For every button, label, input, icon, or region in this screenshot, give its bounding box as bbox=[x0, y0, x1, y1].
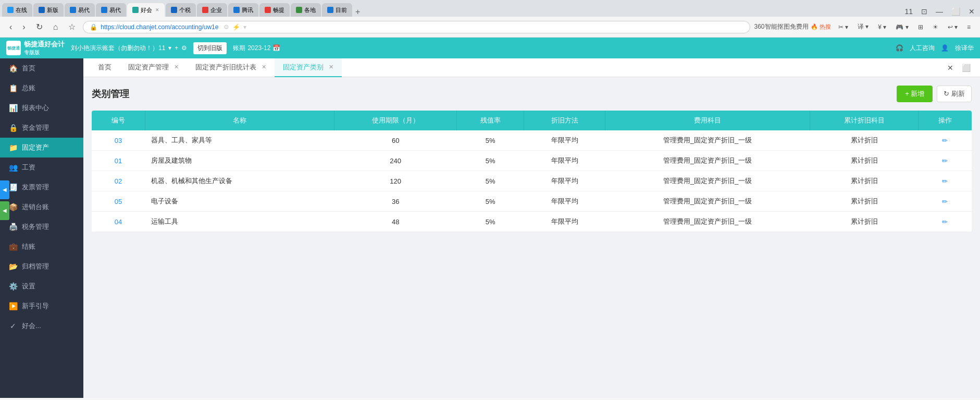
sidebar-item-archive[interactable]: 📂 归档管理 bbox=[0, 257, 83, 276]
content-tab-home[interactable]: 首页 bbox=[90, 58, 120, 77]
sidebar-item-close[interactable]: 💼 结账 bbox=[0, 237, 83, 257]
sidebar-item-funds[interactable]: 🔒 资金管理 bbox=[0, 118, 83, 138]
cell-1-1: 房屋及建筑物 bbox=[145, 151, 334, 171]
undo-button[interactable]: ↩ ▾ bbox=[945, 22, 961, 32]
tab-label: 腾讯 bbox=[242, 6, 253, 14]
cell-2-0[interactable]: 02 bbox=[92, 171, 145, 191]
grid-button[interactable]: ⊞ bbox=[915, 22, 926, 32]
refresh-button[interactable]: ↻ 刷新 bbox=[937, 86, 972, 102]
browser-tab-changt[interactable]: 畅提 bbox=[259, 3, 290, 17]
sidebar-item-salary[interactable]: 👥 工资 bbox=[0, 157, 83, 177]
settings-sidebar-icon: ⚙️ bbox=[8, 282, 18, 290]
close-book-icon: 💼 bbox=[8, 243, 18, 251]
maximize-button[interactable]: ⬜ bbox=[948, 6, 963, 17]
action-cell[interactable]: ✏ bbox=[919, 212, 972, 232]
tab-label: 好会 bbox=[141, 6, 152, 14]
browser-tab-yidai1[interactable]: 易代 bbox=[65, 3, 95, 17]
content-maximize-button[interactable]: ⬜ bbox=[959, 63, 974, 73]
content-tab-category[interactable]: 固定资产类别 ✕ bbox=[275, 58, 342, 77]
archive-icon: 📂 bbox=[8, 262, 18, 271]
browser-tab-haohui[interactable]: 好会 ✕ bbox=[127, 3, 165, 17]
guide-icon: ▶️ bbox=[8, 302, 18, 310]
cell-2-4: 年限平均 bbox=[524, 171, 605, 191]
sidebar-item-ledger[interactable]: 📋 总账 bbox=[0, 78, 83, 98]
cell-2-2: 120 bbox=[334, 171, 457, 191]
bookmark-button[interactable]: ☆ bbox=[65, 21, 79, 33]
cell-0-2: 60 bbox=[334, 130, 457, 151]
back-button[interactable]: ‹ bbox=[6, 21, 15, 33]
sidebar-item-reports[interactable]: 📊 报表中心 bbox=[0, 98, 83, 118]
cell-1-4: 年限平均 bbox=[524, 151, 605, 171]
sidebar-item-home[interactable]: 🏠 首页 bbox=[0, 58, 83, 78]
action-cell[interactable]: ✏ bbox=[919, 130, 972, 151]
add-button[interactable]: + 新增 bbox=[897, 86, 933, 102]
cell-0-0[interactable]: 03 bbox=[92, 130, 145, 151]
sidebar-label-inventory: 进销台账 bbox=[22, 202, 49, 212]
browser-tab-yidai2[interactable]: 易代 bbox=[96, 3, 126, 17]
tab-close-icon[interactable]: ✕ bbox=[155, 7, 159, 13]
sun-button[interactable]: ☀ bbox=[929, 22, 941, 32]
home-button[interactable]: ⌂ bbox=[50, 21, 61, 33]
service-label[interactable]: 人工咨询 bbox=[910, 44, 935, 53]
inventory-icon: 📦 bbox=[8, 203, 18, 211]
url-bar[interactable]: 🔒 https://cloud.chanjet.com/accounting/u… bbox=[83, 21, 750, 33]
tab-label: 易代 bbox=[78, 6, 90, 14]
sidebar-item-tax[interactable]: 🖨️ 税务管理 bbox=[0, 217, 83, 237]
cut-button[interactable]: ✂ ▾ bbox=[835, 22, 851, 32]
tab-home-label: 首页 bbox=[98, 63, 111, 72]
action-cell[interactable]: ✏ bbox=[919, 151, 972, 171]
close-window-button[interactable]: — bbox=[933, 6, 946, 17]
browser-tab-zaixin[interactable]: 在线 bbox=[2, 3, 32, 17]
service-icon: 🎧 bbox=[896, 44, 903, 52]
menu-button[interactable]: ≡ bbox=[964, 22, 974, 32]
tab-icon bbox=[70, 7, 76, 13]
browser-tab-qiye[interactable]: 企业 bbox=[197, 3, 227, 17]
sidebar-item-invoice[interactable]: 🧾 发票管理 bbox=[0, 177, 83, 197]
edge-icon-green[interactable]: ◀ bbox=[0, 201, 9, 220]
user-account: 刘小艳演示账套（勿删勿动！）11 ▾ + ⚙ bbox=[71, 44, 187, 53]
restore-button[interactable]: ⊡ bbox=[918, 6, 931, 17]
cell-4-0[interactable]: 04 bbox=[92, 212, 145, 232]
page-content: 类别管理 + 新增 ↻ 刷新 编号 名称 使用期限（月） 残值率 折旧方法 费用… bbox=[83, 77, 980, 398]
content-tab-fixed-mgmt[interactable]: 固定资产管理 ✕ bbox=[120, 58, 187, 77]
tab-label: 个税 bbox=[179, 6, 191, 14]
browser-tab-xinban[interactable]: 新版 bbox=[33, 3, 64, 17]
action-cell[interactable]: ✏ bbox=[919, 171, 972, 191]
add-icon: + bbox=[175, 44, 178, 52]
content-tab-depreciation[interactable]: 固定资产折旧统计表 ✕ bbox=[187, 58, 275, 77]
coupon-button[interactable]: ¥ ▾ bbox=[875, 22, 889, 32]
tab-label: 畅提 bbox=[273, 6, 284, 14]
cell-3-1: 电子设备 bbox=[145, 191, 334, 212]
action-cell[interactable]: ✏ bbox=[919, 191, 972, 212]
sidebar-item-fixed-assets[interactable]: 📁 固定资产 bbox=[0, 138, 83, 157]
edge-icon-blue[interactable]: ◀ bbox=[0, 180, 9, 199]
content-close-button[interactable]: ✕ bbox=[944, 63, 957, 73]
browser-tab-geshuei[interactable]: 个税 bbox=[166, 3, 196, 17]
tab-icon bbox=[39, 7, 45, 13]
sidebar-item-inventory[interactable]: 📦 进销台账 bbox=[0, 197, 83, 217]
tab-category-close[interactable]: ✕ bbox=[329, 64, 333, 70]
close-app-button[interactable]: ✕ bbox=[965, 6, 978, 17]
browser-tab-muqian[interactable]: 目前 bbox=[322, 3, 352, 17]
tab-label: 易代 bbox=[109, 6, 121, 14]
tab-icon bbox=[296, 7, 302, 13]
sidebar-item-guide[interactable]: ▶️ 新手引导 bbox=[0, 296, 83, 316]
browser-tab-gedi[interactable]: 各地 bbox=[291, 3, 321, 17]
translate-button[interactable]: 译 ▾ bbox=[854, 21, 872, 32]
browser-tab-tengxun[interactable]: 腾讯 bbox=[228, 3, 258, 17]
tab-category-label: 固定资产类别 bbox=[283, 63, 324, 72]
game-button[interactable]: 🎮 ▾ bbox=[892, 22, 911, 32]
tab-fixed-mgmt-close[interactable]: ✕ bbox=[174, 64, 179, 70]
sidebar-item-haohui[interactable]: ✓ 好会... bbox=[0, 316, 83, 336]
cell-3-0[interactable]: 05 bbox=[92, 191, 145, 212]
cell-3-5: 管理费用_固定资产折旧_一级 bbox=[605, 191, 810, 212]
switch-version-button[interactable]: 切到旧版 bbox=[193, 42, 227, 54]
forward-button[interactable]: › bbox=[19, 21, 28, 33]
minimize-button[interactable]: 11 bbox=[901, 6, 916, 17]
period-info: 账期 2023-12 📅 bbox=[233, 44, 280, 53]
reload-button[interactable]: ↻ bbox=[33, 21, 46, 33]
cell-1-0[interactable]: 01 bbox=[92, 151, 145, 171]
sidebar-item-settings[interactable]: ⚙️ 设置 bbox=[0, 276, 83, 296]
tab-depreciation-close[interactable]: ✕ bbox=[262, 64, 266, 70]
new-tab-button[interactable]: + bbox=[353, 7, 362, 17]
